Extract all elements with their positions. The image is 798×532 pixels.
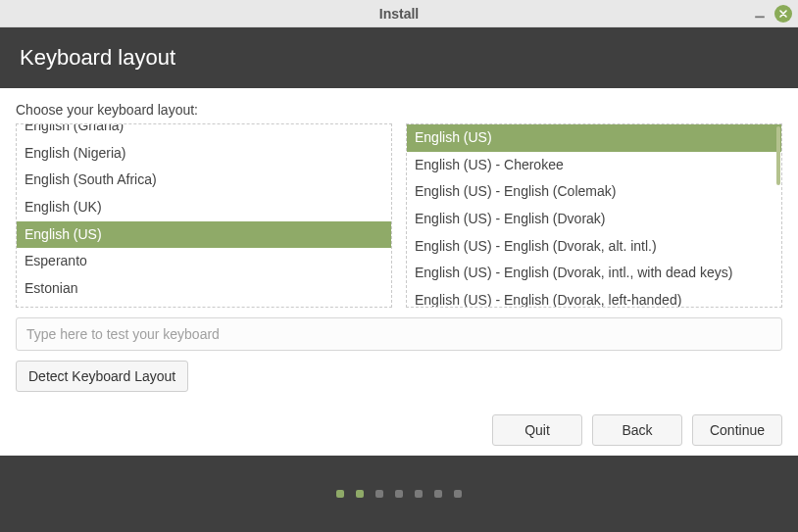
content-area: Choose your keyboard layout: English (Gh…	[0, 88, 798, 456]
progress-dot	[434, 490, 442, 498]
close-button[interactable]	[774, 5, 792, 23]
minimize-button[interactable]	[751, 5, 769, 23]
prompt-label: Choose your keyboard layout:	[16, 102, 782, 118]
page-title: Keyboard layout	[20, 45, 778, 71]
nav-buttons: Quit Back Continue	[16, 393, 782, 446]
progress-dot	[454, 490, 462, 498]
variant-item[interactable]: English (US) - English (Dvorak, intl., w…	[407, 260, 781, 287]
scroll-thumb[interactable]	[776, 126, 780, 185]
progress-dot	[375, 490, 383, 498]
progress-footer	[0, 456, 798, 532]
quit-button[interactable]: Quit	[492, 414, 582, 446]
back-button[interactable]: Back	[592, 414, 682, 446]
svg-rect-0	[755, 16, 765, 18]
layout-item[interactable]: Esperanto	[17, 248, 391, 275]
window-titlebar: Install	[0, 0, 798, 27]
layout-item[interactable]: English (Nigeria)	[17, 140, 391, 168]
variant-item[interactable]: English (US)	[407, 124, 781, 152]
progress-dot	[356, 490, 364, 498]
progress-dot	[395, 490, 403, 498]
page-header: Keyboard layout	[0, 27, 798, 88]
variant-item[interactable]: English (US) - English (Dvorak)	[407, 206, 781, 233]
layout-item[interactable]: Estonian	[17, 275, 391, 303]
window-actions	[751, 0, 792, 27]
window-title: Install	[0, 6, 798, 22]
layout-item[interactable]: English (South Africa)	[17, 167, 391, 194]
progress-dot	[336, 490, 344, 498]
variant-item[interactable]: English (US) - English (Colemak)	[407, 178, 781, 206]
scrollbar[interactable]	[775, 124, 781, 307]
variant-item[interactable]: English (US) - English (Dvorak, alt. int…	[407, 233, 781, 261]
variant-item[interactable]: English (US) - Cherokee	[407, 152, 781, 179]
keyboard-test-input[interactable]	[16, 317, 782, 351]
progress-dot	[415, 490, 423, 498]
detect-keyboard-button[interactable]: Detect Keyboard Layout	[16, 361, 188, 392]
variant-item[interactable]: English (US) - English (Dvorak, left-han…	[407, 287, 781, 307]
continue-button[interactable]: Continue	[692, 414, 782, 446]
layout-lists: English (Ghana)English (Nigeria)English …	[16, 123, 782, 308]
layout-list-right[interactable]: English (US)English (US) - CherokeeEngli…	[406, 123, 782, 308]
layout-list-left[interactable]: English (Ghana)English (Nigeria)English …	[16, 123, 392, 308]
layout-item[interactable]: English (US)	[17, 221, 391, 249]
layout-item[interactable]: English (Ghana)	[17, 124, 391, 140]
layout-item[interactable]: English (UK)	[17, 194, 391, 221]
layout-item[interactable]: Faroese	[17, 303, 391, 307]
